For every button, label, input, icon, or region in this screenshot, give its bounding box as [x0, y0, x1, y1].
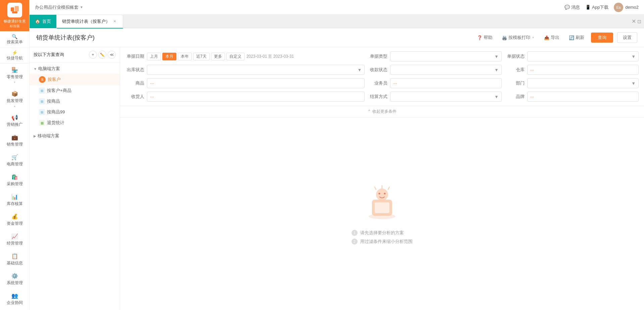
refresh-label: 刷新 [576, 35, 584, 41]
help-btn[interactable]: ❓ 帮助 [474, 33, 495, 42]
tab-maximize-btn[interactable]: ⊡ [637, 19, 641, 24]
ecommerce-icon: 🛒 [11, 154, 18, 160]
dept-select[interactable]: ▼ [527, 78, 639, 88]
empty-tip-2: 2 用过滤条件来缩小分析范围 [352, 239, 413, 245]
filter-form: 单据日期 上月 本月 本年 近7天 更多 自定义 20 [120, 47, 644, 106]
salesman-label: 业务员 [369, 80, 387, 86]
tab-close-btn[interactable]: ✕ [112, 19, 117, 24]
refresh-btn[interactable]: 🔄 刷新 [566, 33, 587, 42]
warehouse-select[interactable]: ··· [527, 65, 639, 75]
sidebar-item-system[interactable]: ⚙️ 系统管理 [0, 269, 29, 289]
scheme-item-by-goods[interactable]: ⊞ 按商品 [30, 96, 120, 107]
date-custom-btn[interactable]: 自定义 [226, 53, 245, 60]
header-right: 💬 消息 📱 App下载 Ea demo2 [565, 3, 639, 12]
scheme-item-by-customer-goods[interactable]: ⊞ 按客户+商品 [30, 85, 120, 96]
filter-row-4: 收货人 ··· 结算方式 ▼ 品牌 [125, 92, 639, 102]
template-print-btn[interactable]: 🖨️ 按模板打印 ▼ [499, 33, 537, 42]
sidebar-shortcut[interactable]: ⚡ 快捷导航 [0, 48, 29, 63]
left-panel-header: 按以下方案查询 + ✏️ ≪ [30, 47, 120, 62]
scheme-item-by-customer[interactable]: 客 按客户 [30, 74, 120, 85]
sidebar-item-basic[interactable]: 📋 基础信息 [0, 250, 29, 269]
consignee-select[interactable]: ··· [147, 92, 365, 102]
sidebar-item-wholesale[interactable]: 📦 批发管理 ▲ [0, 87, 29, 111]
tab-home[interactable]: 🏠 首页 [30, 15, 57, 28]
sidebar-item-ecommerce[interactable]: 🛒 电商管理 [0, 151, 29, 170]
sidebar-search[interactable]: 🔍 搜索菜单 [0, 31, 29, 48]
query-button[interactable]: 查询 [591, 33, 613, 43]
sidebar-item-enterprise[interactable]: 👥 企业协同 [0, 289, 29, 309]
export-btn[interactable]: 📤 导出 [541, 33, 562, 42]
home-tab-label: 首页 [42, 18, 51, 24]
date-this-month-btn[interactable]: 本月 [162, 53, 176, 60]
out-status-chevron: ▼ [358, 67, 362, 72]
date-last-month-btn[interactable]: 上月 [147, 53, 161, 60]
brand-field: 品牌 ··· [506, 92, 639, 102]
export-label: 导出 [551, 35, 559, 41]
wholesale-arrow: ▲ [13, 105, 16, 108]
wholesale-label: 批发管理 [7, 98, 23, 104]
date-last-7days-btn[interactable]: 近7天 [193, 53, 210, 60]
sidebar-item-sales[interactable]: 💼 销售管理 [0, 131, 29, 151]
inventory-icon: 📊 [11, 194, 18, 200]
tab-controls: ✕ ⊡ [629, 18, 644, 24]
sidebar-item-retail[interactable]: 🏪 零售管理 ▼ [0, 63, 29, 87]
goods-select[interactable]: ··· [147, 78, 365, 88]
logo-icon [7, 3, 22, 17]
by-goods-icon: ⊞ [39, 98, 45, 104]
edit-scheme-btn[interactable]: ✏️ [98, 51, 106, 59]
settle-chevron: ▼ [494, 94, 499, 99]
scheme-item-return-stat[interactable]: ▦ 退货统计 [30, 117, 120, 128]
sidebar-item-purchase[interactable]: 🛍️ 采购管理 [0, 170, 29, 190]
svg-point-6 [376, 189, 388, 201]
warehouse-label: 仓库 [506, 67, 525, 73]
pc-scheme-parent[interactable]: ▼ 电脑端方案 [30, 64, 120, 74]
doc-status-label: 单据状态 [506, 53, 525, 59]
content-area: 销货单统计表(按客户) ❓ 帮助 🖨️ 按模板打印 ▼ 📤 导出 🔄 刷新 [30, 28, 644, 310]
settings-button[interactable]: 设置 [617, 32, 637, 43]
salesman-ellipsis: ··· [393, 81, 397, 86]
brand-select[interactable]: ··· [527, 92, 639, 102]
tab-close-all-btn[interactable]: ✕ [632, 18, 636, 24]
date-this-year-btn[interactable]: 本年 [178, 53, 192, 60]
scheme-item-by-goods-99[interactable]: ⊞ 按商品99 [30, 107, 120, 117]
collapse-bar[interactable]: ⌃ 收起更多条件 [120, 106, 644, 117]
doc-status-select[interactable]: ▼ [527, 51, 639, 61]
doc-type-select[interactable]: ▼ [390, 51, 501, 61]
page-title: 销货单统计表(按客户) [36, 34, 95, 42]
operation-label: 经营管理 [7, 241, 23, 246]
sales-stat-tab-label: 销货单统计表（按客户） [62, 18, 110, 24]
add-scheme-btn[interactable]: + [89, 51, 97, 59]
mobile-scheme-parent[interactable]: ▶ 移动端方案 [30, 131, 120, 141]
user-profile-btn[interactable]: Ea demo2 [614, 3, 639, 12]
dept-field: 部门 ▼ [506, 78, 639, 88]
download-icon: 📱 [585, 5, 591, 10]
scheme-panel-title: 按以下方案查询 [34, 52, 87, 58]
salesman-select[interactable]: ··· [390, 78, 501, 88]
inventory-label: 库存核算 [7, 201, 23, 207]
collapse-panel-btn[interactable]: ≪ [108, 51, 116, 59]
date-more-btn[interactable]: 更多 [211, 53, 225, 60]
tab-sales-stat[interactable]: 销货单统计表（按客户） ✕ [57, 15, 123, 29]
tip-num-1: 1 [352, 230, 358, 236]
template-print-label: 按模板打印 [508, 35, 530, 41]
app-logo: 畅捷通好生意 标推版 [0, 0, 29, 31]
export-icon: 📤 [544, 35, 549, 40]
out-status-select[interactable]: ▼ [147, 65, 365, 75]
recv-status-select[interactable]: ▼ [390, 65, 501, 75]
main-area: 办公用品行业模拟账套 ▼ 💬 消息 📱 App下载 Ea demo2 🏠 [30, 0, 644, 310]
tip-text-2: 用过滤条件来缩小分析范围 [360, 239, 413, 245]
date-group: 上月 本月 本年 近7天 更多 自定义 2023-03-01 至 2023-03… [147, 53, 365, 60]
svg-rect-5 [375, 202, 389, 213]
sidebar-item-operation[interactable]: 📈 经营管理 [0, 230, 29, 250]
message-btn[interactable]: 💬 消息 [565, 4, 580, 10]
sidebar-item-marketing[interactable]: 📢 营销推广 [0, 111, 29, 131]
out-status-label: 出库状态 [125, 67, 144, 73]
settle-method-select[interactable]: ▼ [390, 92, 501, 102]
sidebar-item-inventory[interactable]: 📊 库存核算 [0, 190, 29, 210]
mobile-chevron-icon: ▶ [34, 134, 36, 138]
doc-status-field: 单据状态 ▼ [506, 51, 639, 61]
industry-selector[interactable]: 办公用品行业模拟账套 ▼ [35, 4, 83, 10]
sidebar-item-finance[interactable]: 💰 资金管理 [0, 210, 29, 230]
app-download-btn[interactable]: 📱 App下载 [585, 4, 608, 10]
header-left: 办公用品行业模拟账套 ▼ [35, 4, 83, 10]
